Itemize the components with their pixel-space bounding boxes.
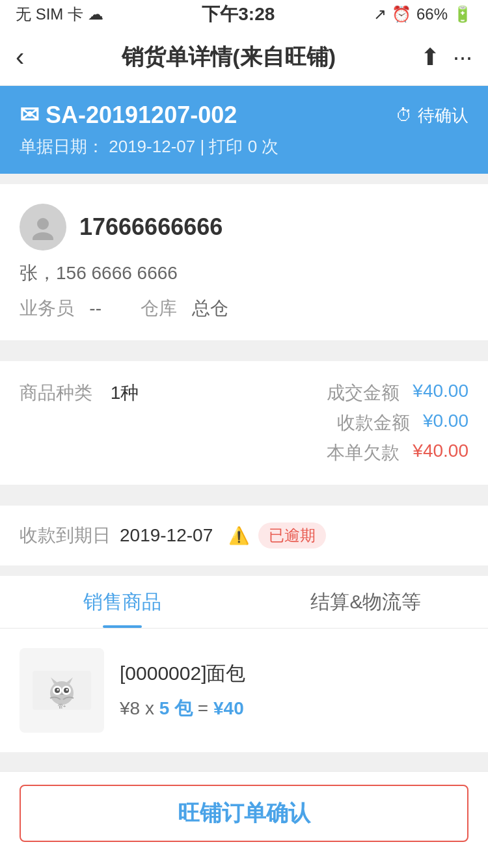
order-icon: ✉ <box>20 102 39 129</box>
back-button[interactable]: ‹ <box>16 42 37 72</box>
due-date-value: 2019-12-07 <box>120 525 213 546</box>
order-number: ✉ SA-20191207-002 <box>20 102 237 129</box>
product-price: ¥8 x 5 包 = ¥40 <box>120 696 468 721</box>
tab-active-indicator <box>103 625 142 628</box>
tab-settlement[interactable]: 结算&物流等 <box>244 576 488 628</box>
tab-bar: 销售商品 结算&物流等 <box>0 576 488 629</box>
product-name: [0000002]面包 <box>120 660 468 687</box>
order-meta: 单据日期： 2019-12-07 | 打印 0 次 <box>20 135 468 158</box>
product-info: [0000002]面包 ¥8 x 5 包 = ¥40 <box>120 660 468 721</box>
product-thumbnail: 管+ <box>20 648 104 733</box>
clock-icon: ⏱ <box>396 105 413 126</box>
alarm-icon: ⏰ <box>392 5 411 23</box>
product-type-label: 商品种类 <box>20 381 92 405</box>
customer-card: 17666666666 张，156 6666 6666 业务员 -- 仓库 总仓 <box>0 184 488 340</box>
overdue-badge: 已逾期 <box>258 522 326 549</box>
svg-text:管+: 管+ <box>58 703 66 709</box>
status-right: ↗ ⏰ 66% 🔋 <box>373 5 472 23</box>
status-left: 无 SIM 卡 ☁ <box>16 4 103 25</box>
equals-sign: = <box>198 698 213 718</box>
warehouse-label: 仓库 <box>141 298 177 318</box>
customer-name-detail: 张，156 6666 6666 <box>20 261 468 286</box>
divider-3 <box>0 565 488 576</box>
svg-point-8 <box>57 689 59 691</box>
avatar <box>20 204 66 251</box>
debt-amount: ¥40.00 <box>413 441 468 465</box>
warehouse-value: 总仓 <box>192 298 228 318</box>
quantity: 5 <box>159 698 170 718</box>
bottom-bar: 旺铺订单确认 <box>0 771 488 868</box>
sim-status: 无 SIM 卡 ☁ <box>16 4 103 25</box>
overdue-text: 已逾期 <box>269 525 316 546</box>
order-header-banner: ✉ SA-20191207-002 ⏱ 待确认 单据日期： 2019-12-07… <box>0 86 488 174</box>
tab-sales-products[interactable]: 销售商品 <box>0 576 244 628</box>
salesperson-value: -- <box>89 298 102 318</box>
nav-bar: ‹ 销货单详情(来自旺铺) ⬆ ··· <box>0 29 488 86</box>
table-row: 管+ [0000002]面包 ¥8 x 5 包 = ¥40 <box>0 629 488 753</box>
battery-level: 66% <box>416 5 448 23</box>
tab-settlement-label: 结算&物流等 <box>310 589 421 616</box>
divider-1 <box>0 340 488 351</box>
share-icon[interactable]: ⬆ <box>420 44 440 71</box>
salesperson-label: 业务员 <box>20 298 74 318</box>
unit: 包 <box>174 698 193 718</box>
warning-icon: ⚠️ <box>228 526 249 546</box>
multiply-sign: x <box>145 698 159 718</box>
product-list: 管+ [0000002]面包 ¥8 x 5 包 = ¥40 <box>0 629 488 753</box>
received-amount: ¥0.00 <box>423 411 468 435</box>
confirm-button-label: 旺铺订单确认 <box>178 798 310 828</box>
due-date-label: 收款到期日 <box>20 523 111 548</box>
received-label: 收款金额 <box>337 411 410 435</box>
transaction-amount: ¥40.00 <box>413 381 468 405</box>
total-price: ¥40 <box>213 698 244 718</box>
page-title: 销货单详情(来自旺铺) <box>37 42 420 72</box>
svg-point-1 <box>33 232 53 240</box>
due-date-card: 收款到期日 2019-12-07 ⚠️ 已逾期 <box>0 506 488 565</box>
customer-info-row: 业务员 -- 仓库 总仓 <box>20 296 468 321</box>
summary-card: 商品种类 1种 成交金额 ¥40.00 收款金额 ¥0.00 本单欠款 ¥40.… <box>0 361 488 485</box>
customer-phone: 17666666666 <box>79 213 223 241</box>
more-icon[interactable]: ··· <box>453 44 472 71</box>
amounts-section: 成交金额 ¥40.00 收款金额 ¥0.00 本单欠款 ¥40.00 <box>327 381 468 465</box>
location-icon: ↗ <box>373 5 386 23</box>
debt-label: 本单欠款 <box>327 441 400 465</box>
confirm-order-button[interactable]: 旺铺订单确认 <box>20 785 468 842</box>
status-bar: 无 SIM 卡 ☁ 下午3:28 ↗ ⏰ 66% 🔋 <box>0 0 488 29</box>
nav-right-actions: ⬆ ··· <box>420 44 472 71</box>
svg-point-0 <box>37 218 49 230</box>
unit-price: ¥8 <box>120 698 140 718</box>
order-status: ⏱ 待确认 <box>396 104 468 127</box>
transaction-label: 成交金额 <box>327 381 400 405</box>
tab-sales-label: 销售商品 <box>83 589 161 616</box>
product-type-value: 1种 <box>111 381 139 405</box>
status-time: 下午3:28 <box>202 2 275 27</box>
divider-2 <box>0 485 488 495</box>
svg-point-9 <box>66 689 68 691</box>
battery-icon: 🔋 <box>453 5 472 23</box>
